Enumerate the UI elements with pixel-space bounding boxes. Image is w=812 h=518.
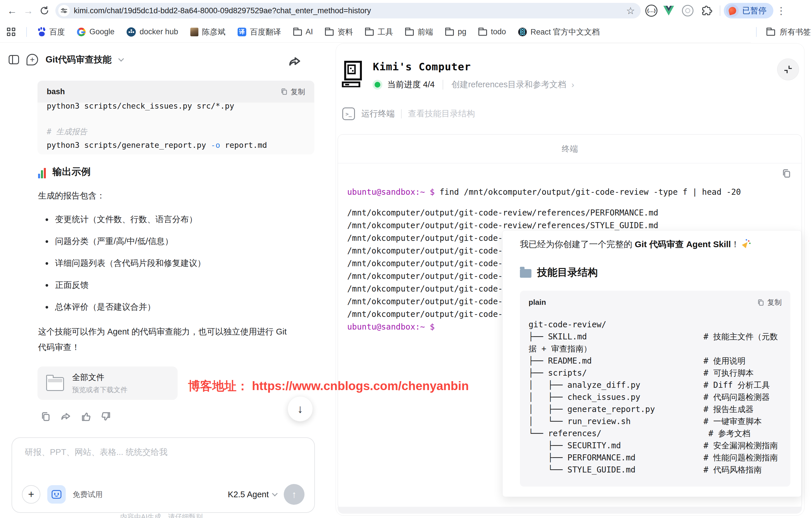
list-item-text: 总体评价（是否建议合并）	[55, 301, 155, 313]
shell-command: find /mnt/okcomputer/output/git-code-rev…	[435, 187, 741, 197]
extension-braces-icon[interactable]: {…}	[645, 5, 658, 17]
attach-plus-button[interactable]: +	[22, 485, 40, 504]
file-card-title: 全部文件	[72, 372, 127, 383]
all-bookmarks-label: 所有书签	[780, 27, 811, 37]
structure-heading: 技能目录结构	[520, 266, 791, 279]
folder-icon	[293, 29, 302, 36]
divider	[401, 109, 402, 118]
sidebar-toggle-icon[interactable]	[9, 55, 19, 64]
chevron-down-icon[interactable]	[118, 56, 124, 62]
all-files-card[interactable]: 全部文件 预览或者下载文件	[37, 366, 178, 400]
copy-terminal-icon[interactable]	[781, 169, 791, 180]
free-trial-label: 免费试用	[72, 489, 103, 499]
forward-icon[interactable]: →	[20, 3, 36, 19]
folder-icon	[478, 29, 487, 36]
browser-toolbar: ← → kimi.com/chat/19d5dc1d-bdd2-8a64-800…	[0, 0, 812, 21]
folder-icon	[46, 377, 64, 391]
react-icon	[518, 28, 527, 36]
all-bookmarks-button[interactable]: 所有书签	[751, 21, 812, 43]
reload-icon[interactable]	[36, 3, 53, 19]
code-block-header: plain 复制	[528, 298, 782, 307]
copy-icon[interactable]	[40, 412, 51, 422]
bookmark-folder-gongju[interactable]: 工具	[365, 27, 393, 37]
translate-icon: 译	[238, 28, 246, 36]
file-card-subtitle: 预览或者下载文件	[72, 385, 127, 394]
code-text: python3 scripts/generate_report.py	[47, 141, 211, 150]
bookmark-item-react[interactable]: React 官方中文文档	[518, 27, 600, 37]
ai-disclaimer: 内容由AI生成，请仔细甄别	[81, 512, 242, 518]
bookmark-label: 前端	[417, 27, 433, 37]
collapse-panel-button[interactable]	[777, 59, 799, 80]
recorder-extension-icon[interactable]	[680, 3, 696, 19]
browser-window: ← → kimi.com/chat/19d5dc1d-bdd2-8a64-800…	[0, 0, 812, 518]
tab-view-structure[interactable]: 查看技能目录结构	[408, 108, 475, 120]
terminal-icon: >_	[342, 108, 355, 120]
chat-input-box[interactable]: 研报、PPT、网站、表格... 统统交给我 + 免费试用 K2.5 Agent …	[11, 437, 315, 513]
vue-devtools-icon[interactable]	[661, 3, 676, 19]
bookmark-item-docker[interactable]: docker hub	[126, 27, 178, 37]
bookmark-folder-pg[interactable]: pg	[445, 27, 466, 36]
chevron-down-icon	[272, 491, 278, 496]
folder-icon	[405, 29, 414, 36]
thumbs-up-icon[interactable]	[81, 412, 91, 422]
bar-chart-icon	[38, 167, 47, 178]
chat-title[interactable]: Git代码审查技能	[46, 54, 112, 66]
bookmark-item-google[interactable]: Google	[77, 27, 114, 36]
code-text: report.md	[220, 141, 267, 150]
chevron-right-icon[interactable]: ›	[571, 80, 574, 90]
copy-code-button[interactable]: 复制	[280, 87, 305, 96]
thumbs-down-icon[interactable]	[101, 412, 111, 422]
address-bar[interactable]: kimi.com/chat/19d5dc1d-bdd2-8a64-8000-09…	[55, 3, 641, 19]
scroll-to-bottom-button[interactable]: ↓	[288, 396, 313, 422]
back-icon[interactable]: ←	[4, 3, 20, 19]
progress-label: 当前进度 4/4	[387, 79, 435, 90]
input-placeholder: 研报、PPT、网站、表格... 统统交给我	[25, 447, 168, 458]
list-item: 详细问题列表（含代码片段和修复建议）	[46, 257, 206, 269]
intro-text: ！	[731, 239, 740, 249]
bookmark-folder-ai[interactable]: AI	[293, 27, 313, 36]
closing-text-line1: 这个技能可以作为 Agent 的代码审查能力，也可以独立使用进行 Git	[38, 326, 287, 338]
skill-summary-overlay: 我已经为你创建了一个完整的 Git 代码审查 Agent Skill！ 技能目录…	[502, 230, 802, 497]
list-item-text: 变更统计（文件数、行数、语言分布）	[55, 214, 197, 225]
share-icon[interactable]	[61, 412, 71, 422]
computer-tabs: >_ 运行终端 查看技能目录结构	[342, 108, 475, 120]
bookmark-folder-qianduan[interactable]: 前端	[405, 27, 433, 37]
browser-menu-icon[interactable]: ⋮	[776, 5, 786, 17]
closing-text-line2: 代码审查！	[38, 342, 80, 353]
url-text[interactable]: kimi.com/chat/19d5dc1d-bdd2-8a64-8000-09…	[74, 6, 623, 15]
list-item: 问题分类（严重/高/中/低/信息）	[46, 236, 173, 247]
tab-run-terminal[interactable]: 运行终端	[361, 108, 395, 120]
folder-icon	[766, 29, 775, 36]
new-chat-icon[interactable]: +	[27, 54, 38, 65]
code-flag: -o	[211, 141, 220, 150]
profile-paused-badge[interactable]: 已暂停	[724, 3, 773, 19]
intro-bold-text: Git 代码审查 Agent Skill	[635, 239, 731, 249]
computer-title: Kimi's Computer	[373, 61, 574, 72]
list-item: 总体评价（是否建议合并）	[46, 301, 155, 313]
bookmark-label: pg	[458, 27, 466, 36]
terminal-command-line: ubuntu@sandbox:~ $ find /mnt/okcomputer/…	[347, 186, 793, 199]
bookmark-star-icon[interactable]: ☆	[626, 5, 635, 17]
apps-grid-icon[interactable]	[7, 28, 15, 36]
site-settings-icon[interactable]	[58, 5, 70, 17]
shell-prompt: ubuntu@sandbox:~ $	[347, 187, 435, 197]
bookmark-folder-ziliao[interactable]: 资料	[325, 27, 353, 37]
folder-icon	[445, 29, 454, 36]
copy-code-button[interactable]: 复制	[757, 298, 782, 307]
bookmark-item-baidu[interactable]: 百度	[38, 27, 65, 37]
extensions-puzzle-icon[interactable]	[699, 3, 715, 19]
computer-header: Kimi's Computer 当前进度 4/4 创建references目录和…	[342, 61, 574, 90]
bookmark-folder-todo[interactable]: todo	[478, 27, 506, 36]
divider	[443, 80, 443, 90]
kimi-plus-icon[interactable]	[47, 485, 66, 504]
message-actions	[40, 412, 111, 422]
step-label[interactable]: 创建references目录和参考文档	[451, 79, 566, 90]
share-chat-button[interactable]	[288, 55, 301, 69]
model-selector[interactable]: K2.5 Agent	[228, 490, 277, 499]
code-language-label: plain	[528, 298, 546, 307]
paused-label: 已暂停	[742, 5, 766, 16]
bookmark-item-fanyi[interactable]: 译百度翻译	[238, 27, 281, 37]
send-button[interactable]: ↑	[284, 484, 304, 505]
intro-text: 我已经为你创建了一个完整的	[520, 239, 635, 249]
bookmark-item-chenyanbin[interactable]: 陈彦斌	[190, 27, 226, 37]
